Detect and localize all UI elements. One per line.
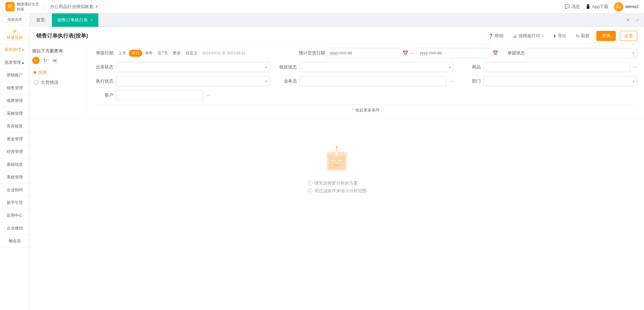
- main-layout: ⚡ 快捷导航 零售管理 ▼ 批发管理 ▲ 营销推广 销售管理 电商管理 采购管理…: [0, 13, 644, 310]
- empty-step-1: 1 请先选择要分析的方案: [307, 179, 367, 187]
- sidebar-item-basic-info[interactable]: 基础信息: [0, 158, 29, 171]
- header-divider: [44, 3, 45, 10]
- help-button[interactable]: ❓ 帮助: [485, 32, 506, 40]
- sidebar-item-wholesale[interactable]: 批发管理 ▲: [0, 56, 29, 69]
- customer-dots-button[interactable]: ···: [206, 92, 210, 98]
- salesperson-label: 业务员: [277, 78, 297, 84]
- print-button[interactable]: 🖨 按模板打印 ▾: [510, 32, 546, 40]
- refresh-scheme-button[interactable]: ↻: [42, 57, 49, 64]
- collection-status-label: 收款状态: [277, 64, 297, 70]
- empty-state: 1 请先选择要分析的方案 2 用过滤条件来缩小分析范围: [30, 120, 644, 215]
- filter-option-shortage[interactable]: ○ 欠货情况: [32, 78, 84, 88]
- expand-icon: ⤢: [636, 17, 639, 22]
- user-avatar-area[interactable]: Ea demo2: [614, 2, 639, 11]
- execution-status-label: 执行状态: [93, 78, 113, 84]
- collapse-icon: ⌃: [351, 108, 354, 113]
- status-chevron-icon: ▾: [633, 51, 634, 55]
- sidebar-item-retail[interactable]: 零售管理 ▼: [0, 44, 29, 56]
- sidebar-item-quick-nav[interactable]: ⚡ 快捷导航: [0, 26, 29, 44]
- date-tab-current-year[interactable]: 本年: [143, 50, 155, 57]
- filter-sidebar-actions: ＋ ↻ ≪: [32, 57, 84, 64]
- date-tab-current-month[interactable]: 本月: [129, 50, 142, 57]
- app-download-button[interactable]: 📱 App下载: [585, 4, 608, 10]
- expected-date-label: 预计交货日期: [299, 50, 325, 56]
- breadcrumb-area[interactable]: 办公用品行业模拟账套 ▾: [50, 4, 98, 10]
- sidebar-item-operations[interactable]: 经营管理: [0, 146, 29, 158]
- refresh-button[interactable]: ↻ 刷新: [573, 32, 592, 40]
- filter-option-by-order[interactable]: 按单: [32, 67, 84, 78]
- settings-button[interactable]: 设置: [620, 31, 637, 41]
- calendar-end-icon[interactable]: 📅: [492, 50, 498, 56]
- top-header: 好 畅捷通好生意 标版 办公用品行业模拟账套 ▾ 💬 消息 📱 App下载 Ea…: [0, 0, 644, 13]
- expected-date-start-input[interactable]: [327, 48, 400, 58]
- sidebar-item-finance[interactable]: 资金管理: [0, 133, 29, 146]
- search-input[interactable]: [2, 16, 27, 23]
- tab-label: 销售订单执行表: [57, 17, 88, 23]
- tab-bar: 首页 销售订单执行表 × ✕ ⤢: [30, 13, 644, 27]
- sidebar-item-member[interactable]: 畅会员: [0, 235, 29, 248]
- date-tab-custom[interactable]: 自定义: [183, 50, 200, 57]
- export-button[interactable]: ⬇ 导出: [550, 32, 569, 40]
- collapse-bar[interactable]: ⌃ 收起更多条件: [93, 104, 637, 116]
- calendar-start-icon[interactable]: 📅: [402, 50, 408, 56]
- sidebar-item-ecommerce[interactable]: 电商管理: [0, 95, 29, 107]
- sidebar-item-purchase[interactable]: 采购管理: [0, 107, 29, 120]
- print-arrow-icon: ▾: [542, 34, 543, 38]
- content-area: 首页 销售订单执行表 × ✕ ⤢ 销售订单执行表(按单): [30, 13, 644, 310]
- collection-status-item: 收款状态 ▾: [277, 62, 453, 72]
- date-range-display: 2023-03-01 至 2023-03-31: [202, 51, 246, 56]
- customer-label: 客户: [93, 92, 113, 98]
- sidebar-item-new-user[interactable]: 新手引导: [0, 197, 29, 209]
- delivery-status-select[interactable]: ▾: [116, 62, 270, 72]
- tab-home[interactable]: 首页: [30, 13, 52, 27]
- filter-sidebar-title: 按以下方案查询: [32, 48, 84, 54]
- sidebar-item-inventory[interactable]: 库存核算: [0, 120, 29, 133]
- filter-sidebar: 按以下方案查询 ＋ ↻ ≪ 按单 ○ 欠货情况: [30, 44, 87, 120]
- execution-status-select[interactable]: ▾: [116, 76, 270, 86]
- wholesale-arrow-icon: ▲: [21, 61, 25, 64]
- sidebar-item-enterprise-collab[interactable]: 企业协同: [0, 184, 29, 197]
- empty-svg: [320, 140, 354, 174]
- department-select[interactable]: ▾: [483, 76, 637, 86]
- logo-text: 畅捷通好生意 标版: [17, 2, 39, 11]
- salesperson-input[interactable]: [300, 76, 446, 86]
- customer-item: 客户 ···: [93, 90, 637, 100]
- query-button[interactable]: 查询: [596, 31, 616, 41]
- product-input[interactable]: [483, 62, 630, 72]
- tab-minimize-button[interactable]: ✕: [624, 16, 632, 24]
- delivery-status-item: 出库状态 ▾: [93, 62, 270, 72]
- svg-rect-3: [328, 157, 345, 169]
- collection-status-select[interactable]: ▾: [300, 62, 453, 72]
- salesperson-dots-button[interactable]: ···: [449, 78, 453, 84]
- sidebar-item-system[interactable]: 系统管理: [0, 171, 29, 184]
- date-tab-more[interactable]: 更多: [171, 50, 183, 57]
- print-icon: 🖨: [513, 34, 517, 39]
- filter-row-2: 出库状态 ▾ 收款状态 ▾: [93, 62, 637, 72]
- date-tab-last-7-days[interactable]: 近7天: [156, 50, 170, 57]
- product-item: 商品 ···: [461, 62, 637, 72]
- breadcrumb-chevron-icon[interactable]: ▾: [96, 4, 98, 9]
- filter-row-1: 单据日期 上月 本月 本年 近7天 更多 自定义 2023-03-01 至 20…: [93, 48, 637, 58]
- tab-sales-order[interactable]: 销售订单执行表 ×: [52, 13, 99, 27]
- tab-expand-button[interactable]: ⤢: [633, 16, 641, 24]
- delivery-chevron-icon: ▾: [265, 65, 267, 69]
- date-tab-last-month[interactable]: 上月: [116, 50, 128, 57]
- customer-input[interactable]: [116, 90, 203, 100]
- sidebar-item-enterprise-wechat[interactable]: 企业微信: [0, 222, 29, 235]
- tab-close-icon[interactable]: ×: [91, 18, 93, 22]
- logo-area: 好 畅捷通好生意 标版: [5, 2, 39, 11]
- status-select[interactable]: ▾: [527, 48, 638, 58]
- collapse-scheme-button[interactable]: ≪: [51, 57, 58, 64]
- expected-date-end-input[interactable]: [417, 48, 490, 58]
- sidebar-item-marketing[interactable]: 营销推广: [0, 69, 29, 82]
- sidebar-item-app-center[interactable]: 应用中心: [0, 209, 29, 222]
- page-content: 销售订单执行表(按单) ❓ 帮助 🖨 按模板打印 ▾ ⬇ 导出: [30, 27, 644, 310]
- user-name: demo2: [625, 4, 639, 9]
- sidebar-item-sales[interactable]: 销售管理: [0, 82, 29, 95]
- add-scheme-button[interactable]: ＋: [32, 57, 40, 64]
- execution-status-item: 执行状态 ▾: [93, 76, 270, 86]
- product-dots-button[interactable]: ···: [633, 64, 637, 70]
- svg-point-9: [336, 146, 338, 148]
- message-button[interactable]: 💬 消息: [565, 4, 580, 10]
- retail-arrow-icon: ▼: [21, 48, 25, 52]
